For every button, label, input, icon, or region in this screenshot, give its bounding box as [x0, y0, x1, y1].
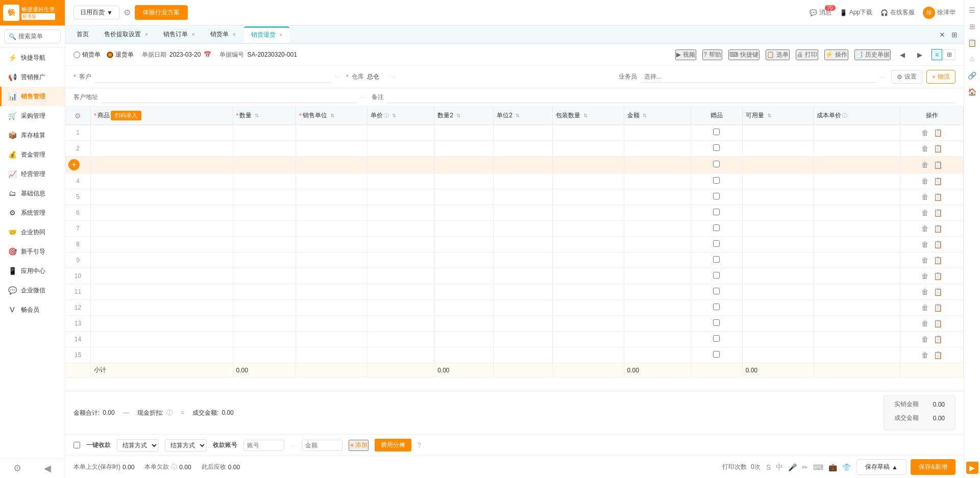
bottom-icon-7[interactable]: 👕 — [841, 462, 852, 473]
row-sales-unit-cell[interactable] — [296, 141, 367, 157]
row-unit-price-cell[interactable] — [367, 141, 434, 157]
bottom-icon-6[interactable]: 💼 — [827, 462, 839, 473]
right-sidebar-star-button[interactable]: ☆ — [966, 53, 978, 65]
delete-row-button[interactable]: 🗑 — [920, 143, 929, 154]
row-quantity2-cell[interactable] — [434, 125, 494, 141]
history-debt-info-icon[interactable]: ⓘ — [171, 463, 177, 471]
delete-row-button[interactable]: 🗑 — [920, 128, 929, 138]
tab-price-settings-close[interactable]: × — [145, 32, 148, 37]
copy-row-button[interactable]: 📋 — [933, 287, 943, 297]
row-product-cell[interactable] — [91, 141, 233, 157]
message-button[interactable]: 💬 消息 70 — [810, 8, 831, 17]
sidebar-collapse-button[interactable]: ◀ — [35, 463, 61, 474]
payment-amount-input[interactable] — [302, 440, 342, 451]
gift-checkbox[interactable] — [713, 288, 720, 294]
tab-price-settings[interactable]: 售价提取设置 × — [97, 27, 155, 42]
row-available-cell[interactable] — [742, 141, 813, 157]
row-gift-cell[interactable] — [691, 125, 743, 141]
gift-checkbox[interactable] — [713, 256, 720, 263]
gift-checkbox-add[interactable] — [713, 161, 720, 167]
amount-sort-icon[interactable]: ⇅ — [643, 113, 647, 118]
tab-sales-bill-close[interactable]: × — [233, 32, 236, 37]
copy-row-button[interactable]: 📋 — [933, 208, 943, 218]
delete-row-button[interactable]: 🗑 — [920, 303, 929, 313]
online-service-button[interactable]: 🎧 在线客服 — [880, 8, 915, 17]
tab-sales-return-close[interactable]: × — [280, 32, 283, 38]
copy-row-button[interactable]: 📋 — [933, 303, 943, 313]
right-sidebar-notes-button[interactable]: 📋 — [966, 37, 978, 49]
history-button[interactable]: 📑 历史单据 — [854, 49, 891, 60]
sidebar-item-purchase[interactable]: 🛒 采购管理 — [0, 106, 65, 125]
row-product-cell[interactable] — [91, 125, 233, 141]
tab-sales-return[interactable]: 销货退货 × — [244, 27, 290, 42]
detail-view-button[interactable]: ≡ — [932, 49, 942, 60]
row-unit2-cell[interactable] — [494, 141, 553, 157]
payment-method-select[interactable]: 结算方式 — [117, 439, 159, 451]
quantity-sort-icon[interactable]: ⇅ — [255, 113, 259, 118]
add-row-product-input[interactable] — [94, 161, 230, 169]
bottom-icon-1[interactable]: S — [765, 462, 772, 473]
right-sidebar-room-button[interactable]: 🏠 — [966, 86, 978, 98]
delete-row-button[interactable]: 🗑 — [920, 255, 929, 265]
close-all-tabs-button[interactable]: ✕ — [937, 30, 947, 40]
account-picker-icon[interactable]: ··· — [290, 442, 296, 449]
table-gear-icon[interactable]: ⚙ — [75, 112, 81, 120]
row-amount-cell[interactable] — [624, 125, 691, 141]
add-payment-button[interactable]: + 添加 — [349, 440, 369, 451]
gift-checkbox[interactable] — [713, 319, 720, 326]
row-quantity-cell[interactable] — [233, 125, 296, 141]
row-amount-cell[interactable] — [624, 141, 691, 157]
add-row-available-cell[interactable] — [742, 157, 813, 173]
gift-checkbox[interactable] — [713, 351, 720, 358]
add-row-btn-cell[interactable]: + — [65, 157, 91, 173]
logistics-button[interactable]: + 物流 — [926, 70, 955, 84]
salesperson-picker-icon[interactable]: ··· — [880, 73, 885, 81]
gift-checkbox[interactable] — [713, 144, 720, 151]
salesperson-input[interactable] — [640, 71, 877, 83]
one-click-pay-checkbox[interactable] — [74, 442, 80, 448]
tabs-menu-button[interactable]: ⊞ — [949, 30, 960, 40]
row-cost-price-cell[interactable] — [813, 141, 900, 157]
sidebar-item-sales[interactable]: 📊 销售管理 — [0, 87, 65, 106]
sidebar-settings-button[interactable]: ⚙ — [4, 463, 31, 474]
settlement-method-select[interactable]: 结算方式 — [165, 439, 207, 451]
add-row-unit2-cell[interactable] — [494, 157, 553, 173]
add-row-gift-cell[interactable] — [691, 157, 743, 173]
copy-row-button[interactable]: 📋 — [933, 223, 943, 234]
industry-dropdown[interactable]: 日用百货 ▼ — [74, 6, 119, 19]
search-menu-button[interactable]: 🔍 搜索菜单 — [4, 30, 61, 43]
row-quantity2-cell[interactable] — [434, 141, 494, 157]
gift-checkbox[interactable] — [713, 177, 720, 184]
prev-bill-button[interactable]: ◀ — [897, 50, 908, 60]
unit-price-sort-icon[interactable]: ⇅ — [392, 113, 396, 118]
payment-help-icon[interactable]: ? — [418, 442, 421, 449]
sidebar-item-marketing[interactable]: 📢 营销推广 — [0, 67, 65, 87]
copy-row-button[interactable]: 📋 — [933, 350, 943, 360]
row-unit-price-cell[interactable] — [367, 125, 434, 141]
sidebar-item-finance[interactable]: 💰 资金管理 — [0, 145, 65, 164]
add-row-cost-price-cell[interactable] — [813, 157, 900, 173]
add-row-product-cell[interactable] — [91, 157, 233, 173]
remark-input[interactable] — [387, 91, 955, 103]
customer-picker-icon[interactable]: ··· — [335, 73, 340, 81]
discount-info-icon[interactable]: ⓘ — [166, 409, 173, 417]
user-menu-button[interactable]: 徐 徐泽华 — [923, 7, 955, 19]
bottom-icon-5[interactable]: ⌨ — [812, 462, 825, 473]
address-picker-icon[interactable]: ··· — [360, 94, 365, 101]
delete-row-button[interactable]: 🗑 — [920, 271, 929, 281]
quantity2-sort-icon[interactable]: ⇅ — [456, 113, 460, 118]
save-draft-button[interactable]: 保存草稿 ▲ — [856, 459, 906, 475]
sidebar-item-quick[interactable]: ⚡ 快捷导航 — [0, 48, 65, 67]
delete-row-button[interactable]: 🗑 — [920, 239, 929, 249]
delete-add-row-button[interactable]: 🗑 — [920, 160, 929, 170]
unit2-sort-icon[interactable]: ⇅ — [516, 113, 520, 118]
bottom-icon-3[interactable]: 🎤 — [787, 462, 798, 473]
add-row-button[interactable]: + — [68, 159, 80, 170]
copy-row-button[interactable]: 📋 — [933, 192, 943, 202]
row-quantity-cell[interactable] — [233, 141, 296, 157]
help-button[interactable]: ? 帮助 — [702, 49, 722, 60]
tab-home[interactable]: 首页 — [69, 27, 96, 42]
add-row-sales-unit-cell[interactable] — [296, 157, 367, 173]
shortcut-button[interactable]: ⌨ 快捷键 — [728, 49, 760, 60]
gift-checkbox[interactable] — [713, 335, 720, 342]
